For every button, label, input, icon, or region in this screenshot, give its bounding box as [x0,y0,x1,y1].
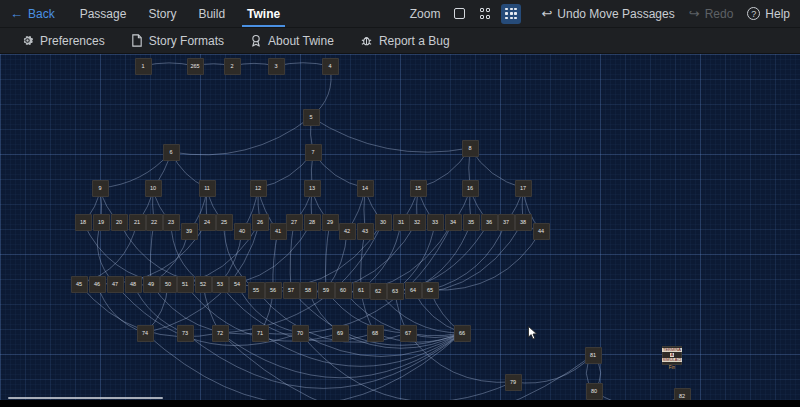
passage-node[interactable]: 36 [481,214,498,231]
passage-node[interactable]: 47 [107,276,124,293]
passage-node[interactable]: 80 [586,383,603,400]
passage-node[interactable]: 2 [224,58,241,75]
help-label: Help [765,7,790,21]
passage-node[interactable]: 49 [143,276,160,293]
passage-node[interactable]: 23 [163,214,180,231]
passage-node[interactable]: 55 [248,282,265,299]
redo-button[interactable]: ↪ Redo [689,6,734,21]
passage-node[interactable]: 33 [427,214,444,231]
passage-node[interactable]: 12 [250,180,267,197]
passage-node[interactable]: 7 [305,144,322,161]
passage-node[interactable]: 15 [410,180,427,197]
passage-node[interactable]: 74 [137,325,154,342]
passage-node[interactable]: 21 [129,214,146,231]
passage-node[interactable]: 9 [92,180,109,197]
story-formats-button[interactable]: Story Formats [118,28,237,53]
passage-node[interactable]: 28 [304,214,321,231]
report-bug-button[interactable]: Report a Bug [347,28,463,53]
passage-node[interactable]: 81 [585,347,602,364]
passage-node[interactable]: 50 [160,276,177,293]
passage-node-highlighted[interactable]: TERMINAASIMULACI [662,346,682,365]
passage-node[interactable]: 59 [318,282,335,299]
tab-passage[interactable]: Passage [69,0,138,27]
passage-node[interactable]: 25 [216,214,233,231]
passage-node[interactable]: 27 [286,214,303,231]
passage-node[interactable]: 1 [135,58,152,75]
passage-node[interactable]: 71 [252,325,269,342]
back-arrow-icon: ← [10,6,23,21]
passage-node[interactable]: 6 [163,144,180,161]
passage-node[interactable]: 58 [300,282,317,299]
zoom-small-button[interactable] [501,4,521,24]
back-button[interactable]: ← Back [0,6,69,21]
passage-node[interactable]: 56 [265,282,282,299]
passage-node[interactable]: 61 [353,282,370,299]
passage-node[interactable]: 14 [357,180,374,197]
passage-node[interactable]: 68 [367,325,384,342]
passage-node[interactable]: 29 [322,214,339,231]
passage-node[interactable]: 79 [505,374,522,391]
passage-node[interactable]: 51 [177,276,194,293]
passage-node[interactable]: 60 [335,282,352,299]
passage-node[interactable]: 57 [283,282,300,299]
horizontal-scrollbar-thumb[interactable] [8,397,163,400]
passage-node[interactable]: 53 [212,276,229,293]
passage-node[interactable]: 30 [375,214,392,231]
passage-node[interactable]: 62 [370,283,387,300]
passage-node[interactable]: 16 [462,180,479,197]
zoom-label: Zoom [410,7,441,21]
passage-node[interactable]: 46 [89,276,106,293]
story-map[interactable]: 1265234567891011121314151617181920212223… [0,54,800,400]
passage-node[interactable]: 13 [304,180,321,197]
about-twine-button[interactable]: About Twine [237,28,347,53]
help-button[interactable]: ? Help [747,7,790,21]
passage-node[interactable]: 22 [146,214,163,231]
passage-node[interactable]: 54 [229,276,246,293]
passage-node[interactable]: 19 [93,214,110,231]
passage-node[interactable]: 31 [393,214,410,231]
preferences-button[interactable]: Preferences [8,28,118,53]
passage-node[interactable]: 38 [515,214,532,231]
passage-node[interactable]: 44 [533,223,550,240]
passage-node[interactable]: 42 [339,223,356,240]
passage-node[interactable]: 34 [445,214,462,231]
passage-node[interactable]: 39 [181,223,198,240]
zoom-medium-button[interactable] [475,4,495,24]
passage-node[interactable]: 48 [125,276,142,293]
passage-node[interactable]: 65 [422,282,439,299]
tab-story[interactable]: Story [137,0,187,27]
passage-node[interactable]: 32 [409,214,426,231]
passage-node[interactable]: 3 [268,58,285,75]
passage-node[interactable]: 24 [199,214,216,231]
passage-node[interactable]: 72 [212,325,229,342]
passage-node[interactable]: 67 [400,325,417,342]
passage-node[interactable]: 40 [234,223,251,240]
passage-node[interactable]: 18 [75,214,92,231]
passage-node[interactable]: 45 [71,276,88,293]
passage-node[interactable]: 8 [462,140,479,157]
passage-node[interactable]: 20 [111,214,128,231]
passage-node[interactable]: 64 [405,282,422,299]
passage-node[interactable]: 35 [463,214,480,231]
undo-button[interactable]: ↩ Undo Move Passages [541,6,674,21]
passage-node[interactable]: 43 [357,223,374,240]
tab-build[interactable]: Build [187,0,236,27]
passage-node[interactable]: 69 [332,325,349,342]
passage-node[interactable]: 37 [498,214,515,231]
passage-node[interactable]: 52 [195,276,212,293]
tab-twine[interactable]: Twine [236,0,291,27]
passage-node[interactable]: 63 [387,283,404,300]
passage-node[interactable]: 5 [303,109,320,126]
passage-node[interactable]: 265 [187,58,204,75]
passage-node[interactable]: 70 [292,325,309,342]
passage-node[interactable]: 11 [199,180,216,197]
passage-node[interactable]: 41 [270,223,287,240]
passage-node[interactable]: 4 [322,58,339,75]
passage-node[interactable]: 26 [252,214,269,231]
zoom-100-button[interactable] [449,4,469,24]
passage-node[interactable]: 66 [454,325,471,342]
passage-node[interactable]: 73 [177,325,194,342]
passage-node[interactable]: 17 [515,180,532,197]
passage-node[interactable]: 10 [145,180,162,197]
passage-node[interactable]: 82 [674,388,691,401]
